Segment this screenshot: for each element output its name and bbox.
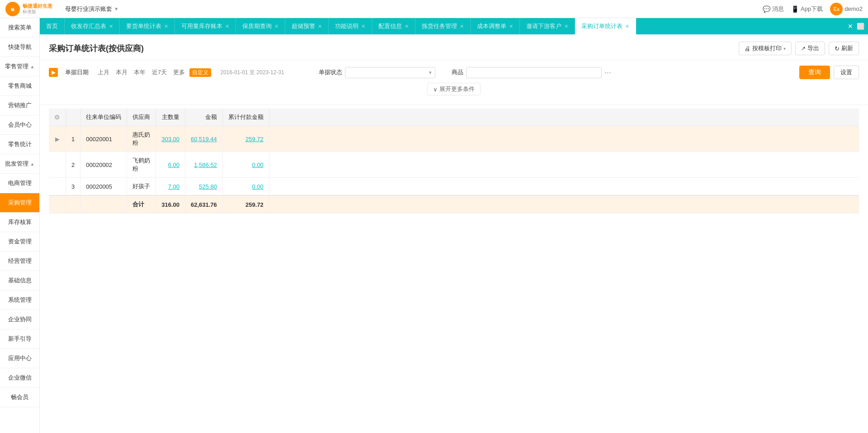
sidebar-label-inventory: 库存核算: [8, 219, 32, 225]
setting-button[interactable]: 设置: [834, 66, 859, 79]
sidebar-label-retail-shop: 零售商城: [8, 82, 32, 89]
goods-input[interactable]: [466, 67, 602, 78]
date-shortcut-last-month[interactable]: 上月: [96, 67, 111, 77]
breadcrumb[interactable]: 母婴行业演示账套 ▾: [65, 5, 118, 13]
close-icon[interactable]: ✕: [274, 24, 278, 29]
tab-order-stats[interactable]: 要货单统计表 ✕: [120, 18, 175, 34]
tab-cost-adjust[interactable]: 成本调整单 ✕: [471, 18, 520, 34]
status-label: 单据状态: [319, 68, 342, 76]
footer-paid: 259.72: [222, 195, 269, 214]
close-icon[interactable]: ✕: [460, 24, 464, 29]
export-button[interactable]: ↗ 导出: [795, 42, 825, 55]
sidebar-item-purchase[interactable]: 采购管理: [0, 193, 39, 213]
paid-link-3[interactable]: 0.00: [252, 183, 264, 190]
filter-toggle-btn[interactable]: ▶: [49, 68, 58, 77]
sidebar-item-enterprise[interactable]: 企业协同: [0, 310, 39, 329]
export-icon: ↗: [801, 45, 806, 52]
print-button[interactable]: 🖨 按模板打印 ▾: [739, 42, 792, 55]
amount-link-2[interactable]: 1,586.52: [194, 162, 217, 168]
quantity-link-2[interactable]: 6.00: [168, 162, 179, 168]
close-icon[interactable]: ✕: [564, 24, 568, 29]
close-icon[interactable]: ✕: [109, 24, 113, 29]
tab-purchase-stats[interactable]: 采购订单统计表 ✕: [575, 18, 636, 34]
filter-area: ▶ 单据日期 上月 本月 本年 近7天 更多 自定义 2016-01-01 至 …: [40, 60, 868, 105]
more-options-icon[interactable]: ···: [604, 68, 611, 77]
sidebar-item-app-center[interactable]: 应用中心: [0, 349, 39, 368]
date-shortcut-this-year[interactable]: 本年: [132, 67, 147, 77]
col-rownum: [66, 109, 80, 126]
expand-more-btn[interactable]: ∨ 展开更多条件: [427, 83, 481, 95]
message-btn[interactable]: 💬 消息: [763, 5, 784, 13]
sidebar-item-marketing[interactable]: 营销推广: [0, 96, 39, 115]
tab-cost-label: 成本调整单: [477, 22, 506, 30]
amount-link-1[interactable]: 60,519.44: [191, 136, 217, 143]
sidebar-item-system[interactable]: 系统管理: [0, 290, 39, 310]
expand-row-icon[interactable]: ▶: [55, 136, 60, 143]
tab-pick-task[interactable]: 拣货任务管理 ✕: [415, 18, 471, 34]
tab-overstock[interactable]: 超储预警 ✕: [285, 18, 329, 34]
sidebar-label-app-center: 应用中心: [8, 355, 32, 362]
tab-available-stock[interactable]: 可用量库存账本 ✕: [175, 18, 236, 34]
sidebar-item-retail-stats[interactable]: 零售统计: [0, 135, 39, 154]
paid-link-2[interactable]: 0.00: [252, 162, 264, 168]
sidebar-item-retail-shop[interactable]: 零售商城: [0, 76, 39, 96]
sidebar-item-search[interactable]: 搜索英单: [0, 18, 39, 38]
tab-invite-downstream[interactable]: 邀请下游客户 ✕: [520, 18, 575, 34]
close-icon[interactable]: ✕: [509, 24, 513, 29]
tab-maximize-icon[interactable]: ⬜: [857, 23, 864, 30]
close-icon[interactable]: ✕: [361, 24, 365, 29]
sidebar-item-inventory[interactable]: 库存核算: [0, 213, 39, 232]
paid-link-1[interactable]: 259.72: [245, 136, 264, 143]
amount-link-3[interactable]: 525.80: [199, 183, 217, 190]
settings-icon[interactable]: ⚙: [54, 114, 60, 121]
sidebar-label-operation: 经营管理: [8, 257, 32, 264]
date-shortcut-this-month[interactable]: 本月: [114, 67, 129, 77]
sidebar-label-ecommerce: 电商管理: [8, 180, 32, 186]
close-icon[interactable]: ✕: [225, 24, 229, 29]
tab-bar: 首页 收发存汇总表 ✕ 要货单统计表 ✕ 可用量库存账本 ✕ 保质期查询 ✕ 超…: [40, 18, 868, 34]
refresh-button[interactable]: ↻ 刷新: [829, 42, 859, 55]
sidebar-item-member[interactable]: 会员中心: [0, 115, 39, 135]
sidebar-item-quick-nav[interactable]: 快捷导航: [0, 38, 39, 57]
sidebar-item-ecommerce[interactable]: 电商管理: [0, 174, 39, 193]
page-title: 采购订单统计表(按供应商): [49, 43, 144, 54]
sidebar-item-finance[interactable]: 资金管理: [0, 232, 39, 252]
sidebar-item-wechat[interactable]: 企业微信: [0, 368, 39, 388]
data-table: ⚙ 往来单位编码 供应商 主数量 金额 累计付款金额: [49, 109, 859, 214]
tab-home[interactable]: 首页: [40, 18, 65, 34]
tab-receive-send[interactable]: 收发存汇总表 ✕: [65, 18, 120, 34]
logo-subtext: 标准版: [23, 9, 52, 14]
sidebar-item-retail-mgmt[interactable]: 零售管理 ▲: [0, 57, 39, 76]
expand-row: ∨ 展开更多条件: [49, 79, 859, 99]
status-select-wrapper: [345, 67, 435, 78]
sidebar-item-wholesale[interactable]: 批发管理 ▲: [0, 154, 39, 174]
tab-expiry-query[interactable]: 保质期查询 ✕: [236, 18, 285, 34]
close-icon[interactable]: ✕: [318, 24, 322, 29]
tab-config-info[interactable]: 配置信息 ✕: [372, 18, 415, 34]
close-icon[interactable]: ✕: [164, 24, 168, 29]
footer-label-col: [80, 195, 127, 214]
close-icon[interactable]: ✕: [405, 24, 409, 29]
sidebar-item-vip[interactable]: 畅会员: [0, 388, 39, 407]
col-quantity: 主数量: [156, 109, 185, 126]
date-shortcut-7days[interactable]: 近7天: [150, 67, 169, 77]
quantity-link-3[interactable]: 7.00: [168, 183, 179, 190]
main-layout: 搜索英单 快捷导航 零售管理 ▲ 零售商城 营销推广 会员中心 零售统计 批发管…: [0, 18, 868, 433]
custom-date-badge[interactable]: 自定义: [189, 68, 211, 77]
page-header-actions: 🖨 按模板打印 ▾ ↗ 导出 ↻ 刷新: [739, 42, 859, 55]
date-shortcut-more[interactable]: 更多: [171, 67, 187, 77]
user-area[interactable]: Ea demo2: [830, 3, 863, 15]
sidebar-item-newbie[interactable]: 新手引导: [0, 329, 39, 349]
status-select[interactable]: [345, 67, 435, 78]
sidebar-item-operation[interactable]: 经营管理: [0, 252, 39, 271]
tab-function-desc[interactable]: 功能说明 ✕: [329, 18, 372, 34]
query-button[interactable]: 查询: [799, 66, 830, 79]
top-bar-right: 💬 消息 📱 App下载 Ea demo2: [763, 3, 863, 15]
tab-close-all-icon[interactable]: ✕: [848, 23, 853, 30]
sidebar-label-wholesale: 批发管理: [5, 160, 28, 168]
app-download-btn[interactable]: 📱 App下载: [791, 5, 823, 13]
quantity-link-1[interactable]: 303.00: [161, 136, 179, 143]
close-icon[interactable]: ✕: [625, 24, 629, 29]
tab-function-label: 功能说明: [335, 22, 359, 30]
sidebar-item-basic-info[interactable]: 基础信息: [0, 271, 39, 290]
